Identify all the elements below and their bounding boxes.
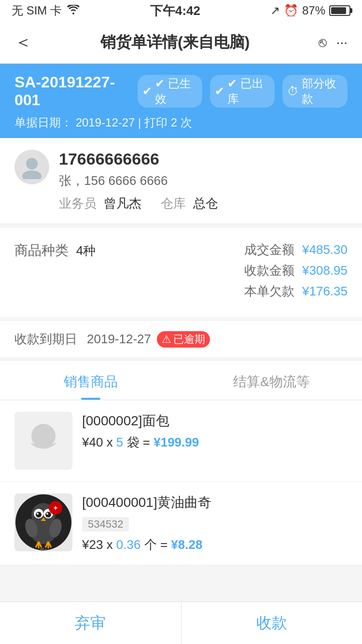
customer-section: 17666666666 张，156 6666 6666 业务员 曾凡杰 仓库 总…	[0, 138, 362, 224]
tab-sales-products[interactable]: 销售商品	[0, 361, 181, 400]
product-info-cookies: [000400001]黄油曲奇 534532 ¥23 x 0.36 个 = ¥8…	[82, 493, 348, 553]
page-title: 销货单详情(来自电脑)	[100, 32, 250, 53]
stats-right: 成交金额 ¥485.30 收款金额 ¥308.95 本单欠款 ¥176.35	[244, 241, 348, 304]
due-date-value: 2019-12-27	[87, 332, 151, 347]
nav-actions: ⎋ ···	[319, 35, 348, 50]
svg-point-12	[46, 513, 48, 515]
customer-info: 17666666666 张，156 6666 6666 业务员 曾凡杰 仓库 总…	[59, 150, 348, 212]
svg-point-9	[36, 512, 42, 518]
check-icon-1: ✔	[142, 84, 152, 98]
status-left: 无 SIM 卡	[12, 3, 80, 18]
stats-received: 收款金额 ¥308.95	[244, 262, 348, 279]
avatar	[14, 150, 49, 184]
stats-amount: 成交金额 ¥485.30	[244, 241, 348, 258]
svg-text:管+: 管+	[40, 547, 47, 551]
list-item: [0000002]面包 ¥40 x 5 袋 = ¥199.99	[0, 400, 362, 482]
back-button[interactable]: ＜	[14, 30, 32, 54]
battery-icon	[329, 5, 350, 16]
svg-point-10	[45, 512, 51, 518]
stats-section: 商品种类 4种 成交金额 ¥485.30 收款金额 ¥308.95 本单欠款 ¥…	[0, 224, 362, 321]
product-name-bread: [0000002]面包	[82, 412, 348, 430]
product-list: [0000002]面包 ¥40 x 5 袋 = ¥199.99	[0, 400, 362, 565]
product-sku: 534532	[82, 517, 129, 532]
wifi-icon	[67, 4, 80, 17]
bread-image-placeholder	[14, 412, 72, 470]
bottom-bar: 弃审 收款	[0, 602, 362, 644]
cancel-button[interactable]: 弃审	[0, 602, 181, 644]
carrier-text: 无 SIM 卡	[12, 3, 62, 18]
more-icon[interactable]: ···	[336, 35, 348, 50]
location-icon: ↗	[270, 4, 280, 17]
order-date: 2019-12-27	[76, 116, 135, 129]
status-badge-shipped: ✔ ✔ 已出库	[210, 75, 275, 108]
print-separator: |	[138, 116, 144, 129]
svg-point-1	[22, 170, 42, 179]
print-label: 打印	[144, 116, 167, 129]
status-bar: 无 SIM 卡 下午4:42 ↗ ⏰ 87%	[0, 0, 362, 21]
customer-phone: 17666666666	[59, 150, 348, 168]
confirm-button[interactable]: 收款	[181, 602, 362, 644]
stats-left: 商品种类 4种	[14, 241, 96, 260]
nav-bar: ＜ 销货单详情(来自电脑) ⎋ ···	[0, 21, 362, 64]
customer-meta: 业务员 曾凡杰 仓库 总仓	[59, 195, 348, 212]
customer-name: 张，156 6666 6666	[59, 172, 348, 189]
tab-settlement[interactable]: 结算&物流等	[181, 361, 362, 400]
print-suffix: 次	[181, 116, 192, 129]
product-name-cookies: [000400001]黄油曲奇	[82, 493, 348, 512]
product-price-cookies: ¥23 x 0.36 个 = ¥8.28	[82, 536, 348, 553]
clock-icon: ⏱	[287, 84, 299, 98]
stats-debt: 本单欠款 ¥176.35	[244, 283, 348, 300]
product-info-bread: [0000002]面包 ¥40 x 5 袋 = ¥199.99	[82, 412, 348, 451]
svg-point-3	[31, 424, 56, 448]
svg-text:+: +	[54, 504, 57, 512]
product-sku-wrapper: 534532	[82, 516, 348, 536]
status-badge-activated: ✔ ✔ 已生效	[138, 75, 202, 108]
overdue-label: 已逾期	[173, 332, 205, 347]
date-label: 单据日期：	[14, 116, 72, 129]
warehouse-label: 仓库 总仓	[161, 195, 218, 212]
order-id: SA-20191227-001	[14, 73, 130, 109]
product-image-cookies: + 管+	[14, 493, 72, 551]
product-image-bread	[14, 412, 72, 470]
due-date-label: 收款到期日	[14, 331, 77, 348]
alarm-icon: ⏰	[284, 4, 298, 17]
warning-icon: ⚠	[162, 333, 171, 346]
svg-point-11	[37, 513, 39, 515]
status-badge-partial: ⏱ 部分收款	[282, 75, 348, 108]
print-count-value: 2	[171, 116, 177, 129]
svg-point-0	[26, 158, 38, 169]
battery-percent: 87%	[302, 4, 325, 17]
overdue-badge: ⚠ 已逾期	[157, 331, 210, 348]
order-header-row2: 单据日期： 2019-12-27 | 打印 2 次	[14, 115, 348, 130]
status-right: ↗ ⏰ 87%	[270, 4, 350, 17]
order-header: SA-20191227-001 ✔ ✔ 已生效 ✔ ✔ 已出库 ⏱ 部分收款 单…	[0, 64, 362, 138]
order-header-row1: SA-20191227-001 ✔ ✔ 已生效 ✔ ✔ 已出库 ⏱ 部分收款	[14, 73, 348, 109]
product-price-bread: ¥40 x 5 袋 = ¥199.99	[82, 434, 348, 451]
check-icon-2: ✔	[215, 84, 224, 98]
cookies-image-placeholder: + 管+	[14, 493, 72, 551]
avatar-icon	[20, 155, 44, 179]
share-icon[interactable]: ⎋	[319, 35, 327, 50]
battery-fill	[331, 7, 346, 14]
status-time: 下午4:42	[150, 2, 200, 19]
due-date-section: 收款到期日 2019-12-27 ⚠ 已逾期	[0, 321, 362, 361]
tabs: 销售商品 结算&物流等	[0, 361, 362, 400]
list-item: + 管+ [000400001]黄油曲奇 534532 ¥23 x 0.36 个	[0, 482, 362, 565]
stats-row: 商品种类 4种 成交金额 ¥485.30 收款金额 ¥308.95 本单欠款 ¥…	[14, 241, 348, 304]
salesman-label: 业务员 曾凡杰	[59, 195, 141, 212]
